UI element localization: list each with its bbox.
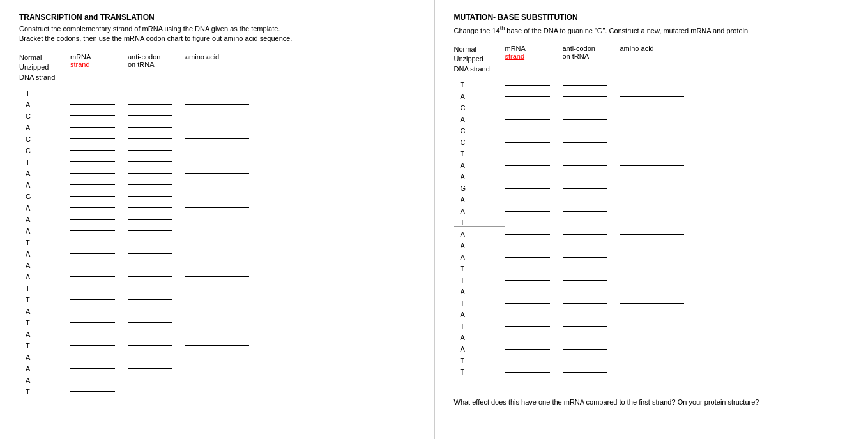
left-row-27: T [19,386,415,398]
right-row-20: T [454,297,849,309]
right-row-21: A [454,309,849,320]
left-row-19: T [19,294,415,306]
left-row-13: A [19,225,415,237]
left-row-22: A [19,329,415,340]
right-title: MUTATION- BASE SUBSTITUTION [454,13,849,22]
right-panel: MUTATION- BASE SUBSTITUTION Change the 1… [435,0,869,439]
left-panel: TRANSCRIPTION and TRANSLATION Construct … [0,0,435,439]
right-mrna-header: mRNA strand [505,45,563,74]
left-row-11: A [19,202,415,214]
right-row-3: C [454,102,849,114]
right-row-13: T [454,217,849,228]
right-question: What effect does this have one the mRNA … [454,397,849,408]
right-row-25: T [454,355,849,366]
left-column-headers: NormalUnzippedDNA strand mRNA strand ant… [19,53,415,82]
right-row-12: A [454,205,849,217]
right-row-19: A [454,286,849,297]
right-row-1: T [454,79,849,91]
right-column-headers: NormalUnzippedDNA strand mRNA strand ant… [454,45,849,74]
left-row-18: T [19,283,415,294]
left-row-25: A [19,363,415,375]
right-row-15: A [454,240,849,251]
right-row-24: A [454,343,849,355]
left-row-16: A [19,260,415,271]
left-row-5: C [19,133,415,145]
right-row-22: T [454,320,849,332]
right-row-8: A [454,160,849,171]
left-mrna-header: mRNA strand [70,53,128,82]
left-row-4: A [19,122,415,133]
right-instructions: Change the 14th base of the DNA to guani… [454,24,849,36]
left-row-26: A [19,375,415,386]
right-dna-header: NormalUnzippedDNA strand [454,45,505,74]
right-row-23: A [454,332,849,343]
right-row-5: C [454,125,849,137]
left-dna-rows: T A C A [19,87,415,398]
right-anticodon-header: anti-codon on tRNA [563,45,620,74]
right-row-18: T [454,274,849,286]
left-row-8: A [19,168,415,179]
left-row-15: A [19,248,415,260]
left-row-6: C [19,145,415,156]
right-row-16: A [454,251,849,263]
right-row-14: A [454,228,849,240]
left-aminoacid-header: amino acid [185,53,255,82]
right-row-7: T [454,148,849,160]
left-title: TRANSCRIPTION and TRANSLATION [19,13,415,22]
left-row-3: C [19,110,415,122]
left-row-12: A [19,214,415,225]
right-row-6: C [454,137,849,148]
right-row-17: T [454,263,849,274]
left-row-21: T [19,317,415,329]
left-row-24: A [19,352,415,363]
left-row-2: A [19,99,415,110]
right-row-26: T [454,366,849,378]
left-dna-header: NormalUnzippedDNA strand [19,53,70,82]
left-row-20: A [19,306,415,317]
left-row-9: A [19,179,415,191]
right-dna-rows: T A C A [454,79,849,378]
left-row-1: T [19,87,415,99]
right-aminoacid-header: amino acid [620,45,690,74]
left-anticodon-header: anti-codon on tRNA [128,53,185,82]
left-row-14: T [19,237,415,248]
left-instructions: Construct the complementary strand of mR… [19,24,415,44]
left-row-17: A [19,271,415,283]
right-row-4: A [454,114,849,125]
right-row-9: A [454,171,849,182]
right-row-10: G [454,182,849,194]
left-row-23: T [19,340,415,352]
right-row-11: A [454,194,849,205]
right-row-2: A [454,91,849,102]
left-row-7: T [19,156,415,168]
left-row-10: G [19,191,415,202]
